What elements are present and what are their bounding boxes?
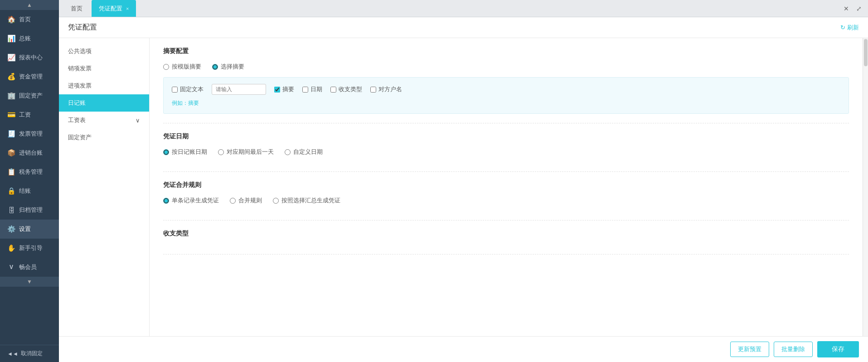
merge-title: 凭证合并规则 [163, 181, 849, 189]
date-title: 凭证日期 [163, 132, 849, 141]
invoice-icon: 🧾 [7, 130, 15, 138]
left-nav: 公共选项 销项发票 进项发票 日记账 工资表 ∨ 固定资产 [59, 38, 150, 336]
scroll-track[interactable] [863, 38, 868, 336]
summary-checkbox-row: 固定文本 摘要 日期 [172, 84, 840, 95]
merge-radio-byselect[interactable]: 按照选择汇总生成凭证 [273, 196, 340, 205]
sidebar-scroll-up[interactable]: ▲ [0, 0, 59, 10]
date-radio-diary[interactable]: 按日记账日期 [163, 148, 207, 156]
merge-section: 凭证合并规则 单条记录生成凭证 合并规则 按照选择汇总生成凭证 [163, 181, 849, 220]
checkbox-summary[interactable]: 摘要 [274, 85, 294, 93]
window-close-button[interactable]: ✕ [842, 3, 851, 14]
page-title: 凭证配置 [68, 23, 97, 32]
sidebar-item-invoice[interactable]: 🧾 发票管理 [0, 124, 59, 143]
sidebar-item-tax[interactable]: 📋 税务管理 [0, 162, 59, 181]
sidebar-cancel-pin[interactable]: ◄◄ 取消固定 [0, 345, 59, 362]
fund-icon: 💰 [7, 73, 15, 81]
sidebar-item-ledger[interactable]: 📊 总账 [0, 29, 59, 48]
batch-delete-button[interactable]: 批量删除 [774, 342, 813, 357]
tax-icon: 📋 [7, 168, 15, 176]
left-nav-public[interactable]: 公共选项 [59, 43, 149, 60]
date-radio-lastday[interactable]: 对应期间最后一天 [218, 148, 274, 156]
left-nav-diary[interactable]: 日记账 [59, 94, 149, 112]
sidebar-item-purchase[interactable]: 📦 进销台账 [0, 143, 59, 162]
guide-icon: ✋ [7, 244, 15, 252]
left-nav-fixed-assets[interactable]: 固定资产 [59, 129, 149, 146]
purchase-icon: 📦 [7, 149, 15, 157]
close-account-icon: 🔒 [7, 187, 15, 195]
merge-radio-group: 单条记录生成凭证 合并规则 按照选择汇总生成凭证 [163, 196, 849, 205]
sidebar: ▲ 🏠 首页 📊 总账 📈 报表中心 💰 资金管理 🏢 固定资产 💳 工资 🧾 … [0, 0, 59, 362]
member-icon: V [7, 264, 15, 270]
save-button[interactable]: 保存 [817, 341, 859, 357]
salary-icon: 💳 [7, 111, 15, 119]
tab-home[interactable]: 首页 [63, 0, 90, 17]
left-nav-purchase-invoice[interactable]: 进项发票 [59, 77, 149, 94]
assets-icon: 🏢 [7, 92, 15, 100]
page-header: 凭证配置 ↻ 刷新 [59, 17, 868, 38]
example-text: 例如：摘要 [172, 99, 840, 107]
sidebar-item-member[interactable]: V 畅会员 [0, 258, 59, 277]
chevron-down-icon: ∨ [136, 117, 140, 124]
ledger-icon: 📊 [7, 34, 15, 43]
income-type-title: 收支类型 [163, 230, 849, 238]
merge-radio-single[interactable]: 单条记录生成凭证 [163, 196, 219, 205]
content-area: 凭证配置 ↻ 刷新 公共选项 销项发票 进项发票 日记账 [59, 17, 868, 362]
bottom-bar: 更新预置 批量删除 保存 [59, 336, 868, 362]
sidebar-item-fund[interactable]: 💰 资金管理 [0, 67, 59, 86]
sidebar-item-guide[interactable]: ✋ 新手引导 [0, 239, 59, 258]
scroll-thumb[interactable] [864, 39, 868, 66]
refresh-icon: ↻ [840, 24, 845, 31]
merge-radio-rule[interactable]: 合并规则 [230, 196, 262, 205]
sidebar-item-home[interactable]: 🏠 首页 [0, 10, 59, 29]
income-type-section: 收支类型 [163, 230, 849, 254]
tab-right-controls: ✕ ⤢ [842, 3, 863, 14]
sidebar-item-report[interactable]: 📈 报表中心 [0, 48, 59, 67]
sidebar-item-close[interactable]: 🔒 结账 [0, 181, 59, 201]
summary-radio-select[interactable]: 选择摘要 [212, 63, 244, 71]
sidebar-item-archive[interactable]: 🗄 归档管理 [0, 201, 59, 220]
home-icon: 🏠 [7, 15, 15, 24]
summary-radio-template[interactable]: 按模版摘要 [163, 63, 201, 71]
refresh-button[interactable]: ↻ 刷新 [840, 24, 859, 32]
body-layout: 公共选项 销项发票 进项发票 日记账 工资表 ∨ 固定资产 [59, 38, 868, 336]
archive-icon: 🗄 [7, 206, 15, 214]
sidebar-item-settings[interactable]: ⚙️ 设置 [0, 220, 59, 239]
right-content: 摘要配置 按模版摘要 选择摘要 [150, 38, 863, 336]
checkbox-fixed-text[interactable]: 固定文本 [172, 85, 204, 93]
date-radio-group: 按日记账日期 对应期间最后一天 自定义日期 [163, 148, 849, 156]
summary-section: 摘要配置 按模版摘要 选择摘要 [163, 47, 849, 123]
tab-bar: 首页 凭证配置 × ✕ ⤢ [59, 0, 868, 17]
main-area: 首页 凭证配置 × ✕ ⤢ 凭证配置 ↻ 刷新 公共选项 [59, 0, 868, 362]
checkbox-income-type[interactable]: 收支类型 [330, 85, 362, 93]
tab-voucher-config[interactable]: 凭证配置 × [92, 0, 136, 17]
summary-radio-group: 按模版摘要 选择摘要 [163, 63, 849, 71]
sidebar-scroll-down[interactable]: ▼ [0, 277, 59, 287]
pin-icon: ◄◄ [7, 351, 18, 357]
update-preset-button[interactable]: 更新预置 [730, 342, 769, 357]
report-icon: 📈 [7, 54, 15, 62]
tab-close-icon[interactable]: × [126, 6, 129, 11]
checkbox-date[interactable]: 日期 [302, 85, 322, 93]
date-section: 凭证日期 按日记账日期 对应期间最后一天 自定义日期 [163, 132, 849, 172]
sidebar-item-salary[interactable]: 💳 工资 [0, 105, 59, 124]
settings-icon: ⚙️ [7, 225, 15, 233]
fixed-text-input[interactable] [212, 84, 266, 95]
left-nav-payroll[interactable]: 工资表 ∨ [59, 112, 149, 129]
left-nav-sales[interactable]: 销项发票 [59, 60, 149, 77]
checkbox-counterpart[interactable]: 对方户名 [370, 85, 402, 93]
window-maximize-button[interactable]: ⤢ [854, 3, 863, 14]
sidebar-item-assets[interactable]: 🏢 固定资产 [0, 86, 59, 105]
summary-title: 摘要配置 [163, 47, 849, 55]
date-radio-custom[interactable]: 自定义日期 [285, 148, 323, 156]
summary-checkbox-area: 固定文本 摘要 日期 [163, 77, 849, 114]
